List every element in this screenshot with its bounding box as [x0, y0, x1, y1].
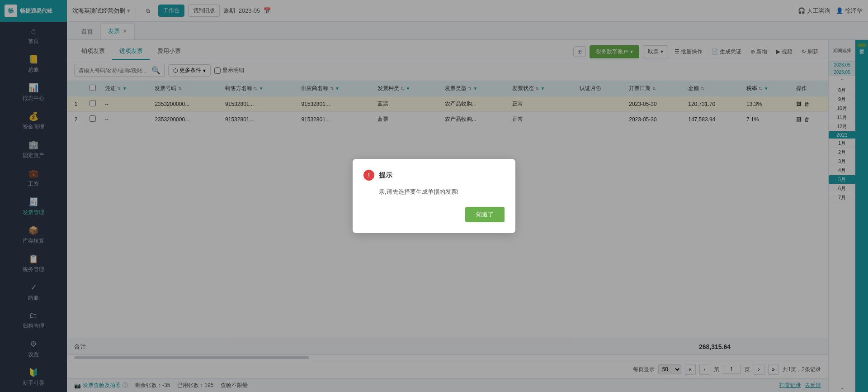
modal-warning-icon: ! [363, 170, 374, 181]
modal-overlay: ! 提示 亲,请先选择要生成单据的发票! 知道了 [0, 0, 868, 392]
modal-body: 亲,请先选择要生成单据的发票! [363, 188, 505, 196]
modal-confirm-btn[interactable]: 知道了 [465, 207, 505, 222]
modal-title: 提示 [379, 171, 392, 180]
modal-footer: 知道了 [363, 207, 505, 222]
alert-modal: ! 提示 亲,请先选择要生成单据的发票! 知道了 [353, 159, 515, 233]
modal-header: ! 提示 [363, 170, 505, 181]
modal-message: 亲,请先选择要生成单据的发票! [379, 188, 458, 195]
